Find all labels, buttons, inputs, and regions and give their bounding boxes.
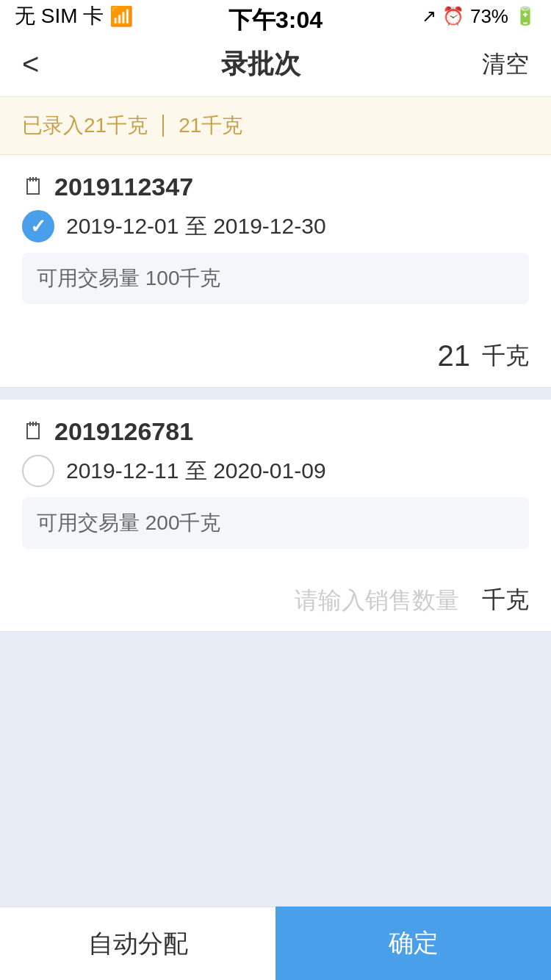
item-date-row-2: 2019-12-11 至 2020-01-09 (22, 455, 529, 487)
quantity-input-2[interactable] (22, 587, 470, 614)
clear-button[interactable]: 清空 (482, 48, 529, 81)
battery-text: 73% (470, 5, 508, 28)
info-banner: 已录入21千克 21千克 (0, 97, 551, 155)
recorded-amount: 已录入21千克 (22, 112, 148, 140)
confirm-button[interactable]: 确定 (276, 907, 551, 980)
item-id-1: 2019112347 (54, 173, 193, 201)
alarm-icon: ⏰ (442, 6, 464, 26)
item-date-2: 2019-12-11 至 2020-01-09 (66, 456, 326, 486)
quantity-row-1: 21 千克 (0, 325, 551, 388)
batch-icon-2: 🗒 (22, 418, 46, 445)
carrier-text: 无 SIM 卡 (15, 2, 104, 30)
section-divider (0, 388, 551, 400)
back-button[interactable]: < (22, 48, 39, 81)
nav-bar: < 录批次 清空 (0, 32, 551, 97)
item-header-1: 🗒 2019112347 (22, 173, 529, 201)
quantity-unit-1: 千克 (482, 340, 529, 372)
item-date-row-1: ✓ 2019-12-01 至 2019-12-30 (22, 210, 529, 242)
check-icon-1: ✓ (30, 215, 46, 238)
item-id-2: 2019126781 (54, 417, 193, 446)
item-card-1: 🗒 2019112347 ✓ 2019-12-01 至 2019-12-30 可… (0, 155, 551, 325)
bottom-bar: 自动分配 确定 (0, 907, 551, 980)
auto-distribute-button[interactable]: 自动分配 (0, 907, 276, 980)
quantity-input-row-2: 千克 (0, 569, 551, 632)
banner-divider (162, 115, 164, 137)
status-left: 无 SIM 卡 📶 (15, 2, 133, 30)
item-header-2: 🗒 2019126781 (22, 417, 529, 446)
status-right: ↗ ⏰ 73% 🔋 (422, 5, 536, 28)
empty-area (0, 632, 551, 940)
available-box-2: 可用交易量 200千克 (22, 497, 529, 549)
radio-selected-1[interactable]: ✓ (22, 210, 54, 242)
item-card-2: 🗒 2019126781 2019-12-11 至 2020-01-09 可用交… (0, 400, 551, 569)
total-amount: 21千克 (179, 112, 242, 140)
status-time: 下午3:04 (228, 4, 323, 37)
page-title: 录批次 (221, 46, 300, 82)
quantity-value-1: 21 (438, 339, 471, 372)
available-box-1: 可用交易量 100千克 (22, 253, 529, 304)
batch-icon-1: 🗒 (22, 173, 46, 201)
radio-unselected-2[interactable] (22, 455, 54, 487)
battery-icon: 🔋 (514, 6, 536, 26)
location-icon: ↗ (422, 6, 436, 26)
quantity-unit-2: 千克 (482, 584, 529, 616)
item-date-1: 2019-12-01 至 2019-12-30 (66, 212, 326, 242)
wifi-icon: 📶 (109, 5, 133, 28)
status-bar: 无 SIM 卡 📶 下午3:04 ↗ ⏰ 73% 🔋 (0, 0, 551, 32)
